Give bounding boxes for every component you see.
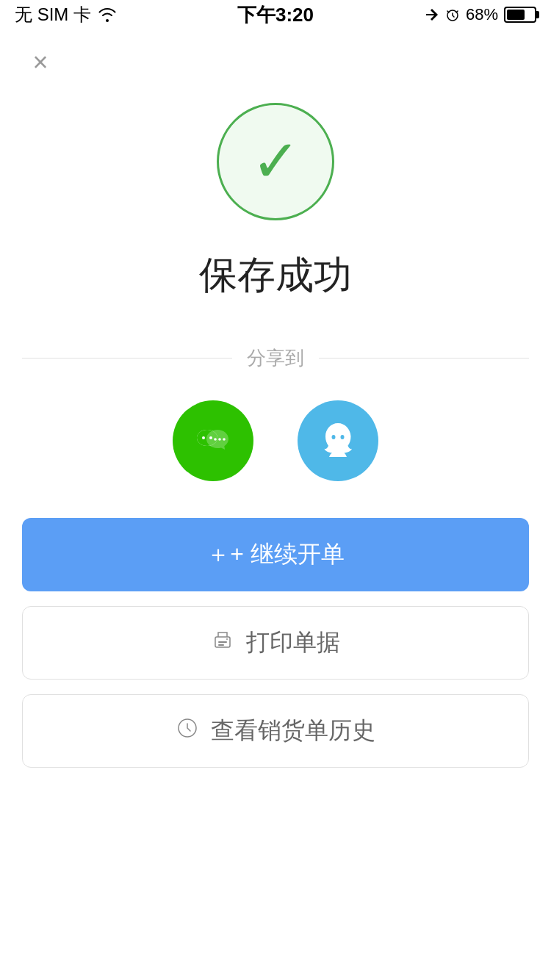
success-title: 保存成功 <box>199 250 352 301</box>
print-label: 打印单据 <box>246 627 340 659</box>
svg-point-7 <box>223 438 226 441</box>
svg-point-3 <box>202 436 205 439</box>
svg-point-6 <box>218 438 221 441</box>
status-bar: 无 SIM 卡 下午3:20 68% <box>0 0 551 29</box>
clock-icon <box>176 716 199 746</box>
share-label: 分享到 <box>247 345 304 371</box>
svg-rect-11 <box>218 641 227 643</box>
svg-point-8 <box>332 435 336 439</box>
history-label: 查看销货单历史 <box>211 715 375 747</box>
svg-point-13 <box>226 638 228 640</box>
wechat-icon <box>190 417 237 464</box>
print-icon <box>211 628 234 657</box>
share-qq-button[interactable] <box>298 400 378 481</box>
location-icon <box>425 7 439 22</box>
divider-right <box>319 358 529 359</box>
continue-button[interactable]: ＋ + 继续开单 <box>22 518 529 591</box>
print-button[interactable]: 打印单据 <box>22 606 529 680</box>
battery-icon <box>504 7 536 23</box>
success-icon-circle: ✓ <box>217 103 334 220</box>
continue-label: + 继续开单 <box>230 538 345 571</box>
wifi-icon <box>97 7 118 22</box>
status-right: 68% <box>425 5 536 24</box>
qq-icon <box>314 417 361 464</box>
svg-rect-12 <box>218 644 224 646</box>
status-time: 下午3:20 <box>237 2 314 28</box>
status-left: 无 SIM 卡 <box>15 3 118 26</box>
main-content: × ✓ 保存成功 分享到 <box>0 29 551 980</box>
svg-point-5 <box>214 438 217 441</box>
no-sim-text: 无 SIM 卡 <box>15 3 91 26</box>
alarm-icon <box>445 7 460 22</box>
battery-percent: 68% <box>466 5 498 24</box>
share-section: 分享到 <box>22 345 529 481</box>
share-icons-row <box>22 400 529 481</box>
checkmark-icon: ✓ <box>251 132 300 191</box>
share-wechat-button[interactable] <box>173 400 253 481</box>
divider-left <box>22 358 232 359</box>
close-button[interactable]: × <box>22 44 59 81</box>
share-divider: 分享到 <box>22 345 529 371</box>
action-buttons: ＋ + 继续开单 打印单据 <box>22 518 529 768</box>
history-button[interactable]: 查看销货单历史 <box>22 694 529 768</box>
close-icon: × <box>32 49 48 76</box>
svg-point-9 <box>341 435 345 439</box>
plus-icon: ＋ <box>206 538 230 571</box>
